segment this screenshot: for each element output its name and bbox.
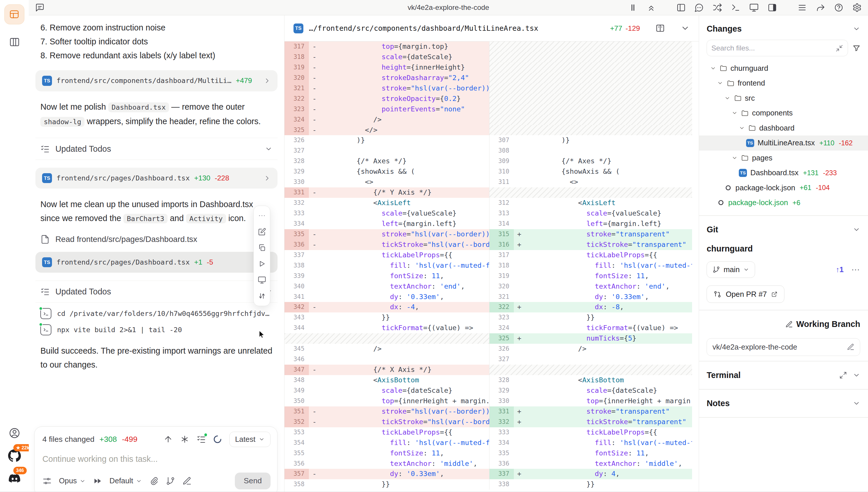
commits-ahead[interactable]: ↑1	[836, 266, 844, 274]
chat-bubble-icon[interactable]	[694, 2, 705, 13]
code-line: <AxisLeft	[525, 198, 692, 208]
terminal-command-row[interactable]: cd /private/var/folders/10/h7w0q46556ggr…	[36, 308, 278, 319]
edit-branch-icon[interactable]	[847, 343, 855, 351]
todo-list-icon[interactable]	[196, 435, 206, 444]
chevron-down-icon	[852, 399, 861, 407]
active-workspace-icon[interactable]	[4, 4, 24, 24]
diff-marker	[309, 250, 320, 261]
account-icon[interactable]	[7, 425, 22, 441]
version-dropdown[interactable]: Latest	[229, 432, 271, 447]
git-section-header[interactable]: Git	[707, 221, 860, 239]
checklist-icon	[40, 144, 50, 153]
titlebar: vk/4e2a-explore-the-code	[29, 0, 868, 16]
notes-section-header[interactable]: Notes	[707, 395, 860, 412]
terminal-icon[interactable]	[730, 2, 741, 13]
tree-folder-frontend[interactable]: frontend	[699, 76, 868, 91]
terminal-command-row[interactable]: npx vite build 2>&1 | tail -20	[36, 324, 278, 335]
branch-dropdown[interactable]: main	[707, 262, 755, 278]
diff-old-side: 328 {/* Axes */}	[284, 156, 489, 167]
branch-icon[interactable]	[166, 476, 175, 486]
more-options-icon[interactable]	[255, 209, 269, 223]
tree-folder-churnguard[interactable]: churnguard	[699, 61, 868, 76]
share-icon[interactable]	[815, 2, 826, 13]
diff-marker	[514, 396, 525, 407]
attach-icon[interactable]	[149, 476, 159, 486]
settings-sliders-icon[interactable]	[42, 476, 52, 486]
diff-scroll-gutter	[692, 125, 699, 136]
monitor-icon[interactable]	[255, 273, 269, 287]
todos-label: Updated Todos	[55, 144, 111, 154]
file-diff-chip[interactable]: TSfrontend/src/components/dashboard/Mult…	[36, 70, 278, 91]
line-number: 336	[284, 240, 309, 250]
file-diff-chip[interactable]: TSfrontend/src/pages/Dashboard.tsx+1-5	[36, 252, 278, 273]
open-pr-button[interactable]: Open PR #7	[707, 286, 784, 302]
tree-folder-src[interactable]: src	[699, 91, 868, 105]
split-view-icon[interactable]	[656, 24, 665, 33]
diff-scroll-gutter	[692, 52, 699, 63]
diff-old-side: 352- tickStroke="hsl(var(--border))"	[284, 417, 489, 427]
file-diff-chip[interactable]: TSfrontend/src/pages/Dashboard.tsx+130-2…	[36, 168, 278, 189]
working-branch-box[interactable]: vk/4e2a-explore-the-code	[707, 338, 860, 356]
edit-icon[interactable]	[255, 225, 269, 239]
tree-folder-dashboard[interactable]: dashboard	[699, 121, 868, 136]
diff-new-side	[489, 83, 692, 94]
chat-input[interactable]	[34, 451, 277, 469]
fast-forward-icon[interactable]	[93, 476, 102, 486]
updated-todos-row[interactable]: Updated Todos	[36, 138, 278, 160]
columns-view-icon[interactable]	[4, 32, 24, 52]
mode-dropdown[interactable]: Default	[110, 476, 142, 485]
pause-icon[interactable]	[627, 2, 638, 13]
diff-row: 357- dy: '0.33em',337+ dy: 4,	[284, 469, 699, 479]
tree-file-MultiLineArea.tsx[interactable]: TSMultiLineArea.tsx+110-162	[699, 136, 868, 150]
tree-file-Dashboard.tsx[interactable]: TSDashboard.tsx+131-233	[699, 165, 868, 180]
pen-icon[interactable]	[182, 476, 192, 486]
panel-right-icon[interactable]	[767, 2, 778, 13]
send-button[interactable]: Send	[235, 472, 271, 489]
settings-gear-icon[interactable]	[851, 2, 863, 13]
collapse-diff-icon[interactable]	[680, 24, 690, 33]
tree-folder-pages[interactable]: pages	[699, 151, 868, 165]
help-icon[interactable]	[833, 2, 844, 13]
line-number: 344	[284, 323, 309, 333]
updated-todos-row[interactable]: Updated Todos	[36, 280, 278, 302]
line-number: 316	[489, 240, 514, 250]
monitor-icon[interactable]	[748, 2, 759, 13]
line-number: 355	[284, 448, 309, 459]
added-count: +6	[793, 199, 800, 207]
line-number: 335	[284, 229, 309, 240]
panel-left-icon[interactable]	[676, 2, 686, 13]
changes-section-header[interactable]: Changes	[707, 20, 860, 38]
read-file-row[interactable]: Read frontend/src/pages/Dashboard.tsx	[36, 235, 278, 244]
diff-new-side: 324 tickFormat={(value) =>	[489, 323, 692, 333]
expand-icon[interactable]	[839, 371, 847, 379]
folder-icon	[741, 154, 749, 162]
tree-folder-components[interactable]: components	[699, 105, 868, 120]
shuffle-icon[interactable]	[712, 2, 723, 13]
discord-icon[interactable]: 346	[7, 471, 22, 486]
chat-panel-toggle-icon[interactable]	[34, 2, 45, 13]
chat-list-item: 8. Remove redundant axis labels (x/y lab…	[40, 49, 273, 63]
tree-file-package-lock.json[interactable]: package-lock.json+61-104	[699, 180, 868, 195]
added-count: +130	[194, 174, 210, 182]
diff-scroll-gutter	[692, 177, 699, 188]
terminal-section-header[interactable]: Terminal	[707, 366, 860, 384]
file-search[interactable]	[707, 40, 848, 56]
diff-scroll-gutter	[692, 135, 699, 146]
run-icon[interactable]	[255, 257, 269, 271]
scroll-up-icon[interactable]	[163, 435, 173, 444]
compare-icon[interactable]	[255, 289, 269, 303]
filter-icon[interactable]	[852, 44, 861, 52]
asterisk-icon[interactable]	[180, 435, 189, 444]
diff-new-side: 319 fontSize: 11,	[489, 271, 692, 281]
collapse-panel-icon[interactable]	[836, 44, 843, 52]
git-more-icon[interactable]: ⋯	[851, 265, 861, 274]
diff-marker	[309, 396, 320, 407]
copy-icon[interactable]	[255, 241, 269, 255]
search-input[interactable]	[711, 44, 836, 52]
menu-icon[interactable]	[797, 2, 807, 13]
line-number: 340	[284, 281, 309, 292]
tree-file-package-lock.json[interactable]: package-lock.json+6	[699, 195, 868, 210]
github-icon[interactable]: ★ 22k	[7, 448, 22, 464]
collapse-up-icon[interactable]	[646, 2, 657, 13]
model-dropdown[interactable]: Opus	[59, 476, 86, 485]
